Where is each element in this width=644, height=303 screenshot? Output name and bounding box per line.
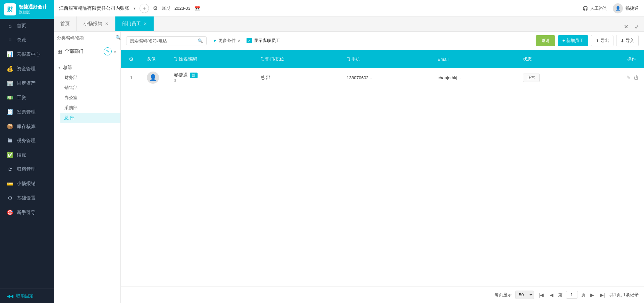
dept-item-sales[interactable]: 销售部: [60, 83, 120, 93]
page-body: 🔍 ▦ 全部部门 ✎ « ▼ 总部 财务部 销售部: [54, 32, 644, 303]
dept-item-general[interactable]: 总 部: [60, 113, 120, 123]
page-num-input[interactable]: [566, 291, 578, 299]
add-company-btn[interactable]: +: [140, 4, 149, 13]
row-index: 1: [121, 68, 142, 87]
tab-home[interactable]: 首页: [54, 16, 77, 31]
dept-collapse-btn[interactable]: «: [114, 47, 116, 55]
sidebar-item-label: 小畅报销: [17, 181, 36, 187]
logout-icon[interactable]: ⏻: [634, 75, 639, 81]
dept-item-office[interactable]: 办公室: [60, 93, 120, 103]
emp-search-input[interactable]: [130, 38, 196, 43]
sidebar-item-close[interactable]: ✅ 结账: [0, 148, 54, 162]
next-page-btn[interactable]: ▶: [589, 292, 595, 298]
new-emp-btn[interactable]: + 新增员工: [558, 35, 588, 46]
tab-expense-close-icon[interactable]: ✕: [105, 21, 108, 26]
logo-text-wrap: 畅捷通好会计 旗舰版: [19, 4, 47, 15]
sidebar-item-funds[interactable]: 💰 资金管理: [0, 61, 54, 76]
sidebar-item-expense[interactable]: 💳 小畅报销: [0, 176, 54, 191]
first-page-btn[interactable]: |◀: [537, 292, 545, 298]
tab-dept-emp-close-icon[interactable]: ✕: [144, 21, 147, 26]
dept-search-input[interactable]: [57, 35, 113, 40]
import-btn[interactable]: ⬇ 导入: [616, 35, 639, 46]
sidebar-item-guide[interactable]: 🎯 新手引导: [0, 205, 54, 220]
cancel-fixed-label: 取消固定: [16, 293, 34, 299]
dept-search-icon[interactable]: 🔍: [115, 35, 121, 40]
sidebar-item-archive[interactable]: 🗂 归档管理: [0, 162, 54, 176]
emp-toolbar: 🔍 ▼ 更多条件 ∨ ✓ 显示离职员工 邀请 + 新增员工 ⬆ 导出: [121, 32, 644, 50]
dept-expand-icon: ▼: [58, 66, 61, 70]
per-page-select[interactable]: 50 100 200: [515, 291, 534, 299]
sidebar-item-tax[interactable]: 🏛 税务管理: [0, 134, 54, 148]
name-code-wrap: 畅捷通 部: [174, 72, 250, 78]
dept-group-name: 总部: [63, 64, 72, 71]
reports-icon: 📊: [7, 51, 13, 57]
emp-name: 畅捷通: [174, 72, 188, 78]
tab-expand-btn[interactable]: ⤢: [632, 22, 641, 31]
export-btn[interactable]: ⬆ 导出: [591, 35, 613, 46]
dept-all-header[interactable]: ▦ 全部部门 ✎ «: [54, 44, 120, 59]
settings-col-icon[interactable]: ⚙: [126, 54, 136, 64]
phone-value: 138070602...: [347, 75, 372, 80]
dept-group-header-hq[interactable]: ▼ 总部: [54, 62, 120, 73]
dept-panel: 🔍 ▦ 全部部门 ✎ « ▼ 总部 财务部 销售部: [54, 32, 121, 303]
support-btn[interactable]: 🎧 人工咨询: [583, 5, 607, 11]
invite-btn[interactable]: 邀请: [536, 35, 555, 46]
sidebar-item-reports[interactable]: 📊 云报表中心: [0, 47, 54, 61]
col-dept-pos[interactable]: ⇅ 部门/职位: [255, 50, 341, 68]
inventory-icon: 📦: [7, 123, 13, 130]
sidebar-item-inventory[interactable]: 📦 库存核算: [0, 119, 54, 134]
archive-icon: 🗂: [7, 166, 13, 172]
col-status-label: 状态: [523, 56, 532, 61]
sidebar-item-salary[interactable]: 💵 工资: [0, 90, 54, 105]
prev-page-btn[interactable]: ◀: [548, 292, 555, 298]
tab-expense[interactable]: 小畅报销 ✕: [77, 16, 115, 31]
company-name: 江西服宝精品有限责任公司内账张: [59, 5, 129, 11]
col-settings[interactable]: ⚙: [121, 50, 142, 68]
cancel-fixed-btn[interactable]: ◀◀ 取消固定: [0, 289, 54, 303]
sidebar-item-assets[interactable]: 🏢 固定资产: [0, 76, 54, 90]
show-resigned-checkbox[interactable]: ✓: [247, 38, 252, 43]
tab-expense-label: 小畅报销: [84, 21, 102, 27]
sidebar-item-home[interactable]: ⌂ 首页: [0, 19, 54, 33]
edit-icon[interactable]: ✎: [627, 75, 631, 81]
topbar-settings-btn[interactable]: ⚙: [153, 5, 158, 11]
dept-search-box: 🔍: [54, 32, 120, 44]
sidebar-item-ledger[interactable]: ≡ 总账: [0, 33, 54, 47]
sort-icon-phone: ⇅: [347, 56, 351, 61]
sidebar-item-settings[interactable]: ⚙ 基础设置: [0, 191, 54, 205]
dept-edit-btn[interactable]: ✎: [104, 47, 112, 55]
tabs-bar: 首页 小畅报销 ✕ 部门员工 ✕ ✕ ⤢: [54, 17, 644, 32]
filter-label: 更多条件: [218, 38, 236, 44]
export-icon: ⬆: [595, 38, 599, 43]
col-avatar-label: 头像: [147, 56, 156, 61]
tab-close-all-btn[interactable]: ✕: [621, 22, 631, 31]
emp-search-icon[interactable]: 🔍: [198, 38, 203, 43]
tab-dept-emp[interactable]: 部门员工 ✕: [115, 16, 154, 31]
col-name-code[interactable]: ⇅ 姓名/编码: [168, 50, 255, 68]
company-dropdown-btn[interactable]: ▾: [133, 6, 136, 11]
col-phone[interactable]: ⇅ 手机: [341, 50, 432, 68]
dept-item-purchase[interactable]: 采购部: [60, 103, 120, 113]
more-filter-btn[interactable]: ▼ 更多条件 ∨: [210, 36, 243, 45]
import-label: 导入: [626, 38, 634, 44]
tab-home-label: 首页: [60, 21, 70, 27]
logo-sub: 旗舰版: [19, 10, 47, 15]
row-avatar: 👤: [142, 68, 168, 87]
user-name: 畅捷通: [626, 5, 639, 11]
total-text: 共1页, 1条记录: [609, 292, 639, 298]
toolbar-right: 邀请 + 新增员工 ⬆ 导出 ⬇ 导入: [536, 35, 639, 46]
emp-table-wrap: ⚙ 头像 ⇅ 姓名/编码 ⇅ 部门/职位: [121, 50, 644, 286]
col-avatar: 头像: [142, 50, 168, 68]
calendar-icon[interactable]: 📅: [195, 6, 200, 11]
dept-item-finance[interactable]: 财务部: [60, 73, 120, 83]
all-dept-label: 全部部门: [65, 48, 84, 54]
sidebar-item-invoice[interactable]: 🧾 发票管理: [0, 105, 54, 119]
user-area[interactable]: 👤 畅捷通: [613, 3, 639, 13]
filter-icon: ▼: [213, 38, 217, 43]
sidebar-item-label: 结账: [17, 152, 26, 158]
sidebar-item-label: 固定资产: [17, 80, 36, 86]
period-value: 2023-03: [174, 6, 191, 11]
show-resigned-toggle[interactable]: ✓ 显示离职员工: [247, 38, 280, 44]
dept-tree: ▼ 总部 财务部 销售部 办公室 采购部 总 部: [54, 59, 120, 303]
last-page-btn[interactable]: ▶|: [599, 292, 606, 298]
